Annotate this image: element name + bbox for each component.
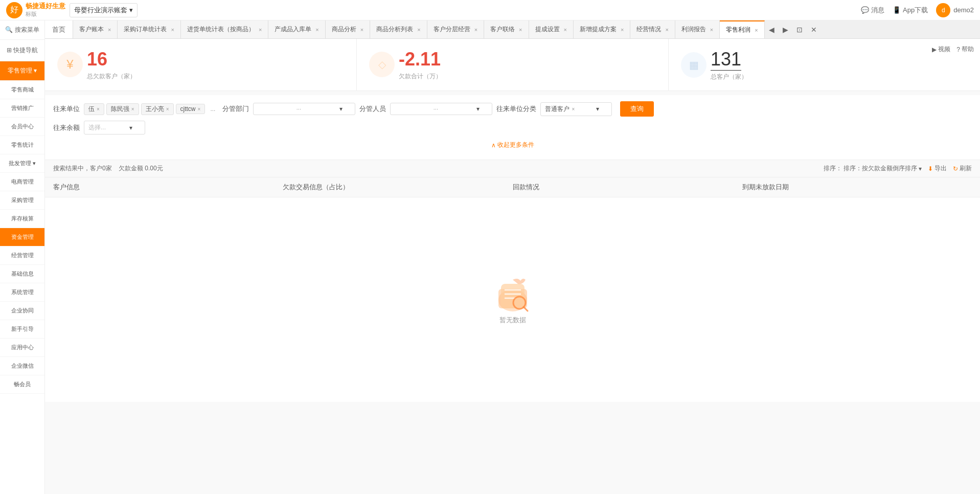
- tab-home[interactable]: 首页: [45, 20, 73, 38]
- dept-select[interactable]: ··· ▾: [253, 103, 355, 115]
- sort-control[interactable]: 排序： 排序：按欠款金额倒序排序 ▾: [824, 164, 922, 173]
- sidebar-item-basic[interactable]: 基础信息: [0, 265, 44, 283]
- filter-tag-cj[interactable]: cjttcw ×: [176, 104, 206, 114]
- stat-value-total: 131: [711, 48, 741, 71]
- sidebar-item-retail-stats[interactable]: 零售统计: [0, 136, 44, 154]
- sidebar-item-wechat[interactable]: 企业微信: [0, 357, 44, 375]
- tab-prev-btn[interactable]: ◀: [765, 20, 779, 38]
- person-select[interactable]: ··· ▾: [390, 103, 492, 115]
- tab-goods-analysis-list[interactable]: 商品分析列表 ×: [370, 20, 427, 38]
- sidebar-item-purchase[interactable]: 采购管理: [0, 191, 44, 210]
- sidebar-item-search[interactable]: 🔍 搜索菜单: [0, 20, 44, 40]
- tab-close-8[interactable]: ×: [564, 27, 567, 33]
- balance-select[interactable]: 选择... ▾: [84, 121, 145, 134]
- tab-home-label: 首页: [52, 25, 65, 34]
- tab-close-11[interactable]: ×: [710, 27, 713, 33]
- collab-label: 企业协同: [11, 307, 34, 313]
- refresh-btn[interactable]: ↻ 刷新: [953, 164, 972, 173]
- tab-goods-analysis[interactable]: 商品分析 ×: [326, 20, 370, 38]
- tab-close-5[interactable]: ×: [417, 27, 420, 33]
- tab-close-2[interactable]: ×: [259, 27, 262, 33]
- tab-bar: 首页 客户账本 × 采购订单统计表 × 进货单统计表（按商品） × 产成品入库单…: [45, 20, 980, 39]
- filter-area: 往来单位 伍 × 陈民强 × 王小亮 ×: [45, 95, 980, 160]
- tab-label-12: 零售利润: [726, 26, 750, 34]
- tag-chen-close[interactable]: ×: [131, 106, 134, 112]
- tab-close-all-btn[interactable]: ✕: [807, 20, 821, 38]
- inventory-label: 库存核算: [11, 215, 34, 221]
- tab-close-4[interactable]: ×: [360, 27, 363, 33]
- filter-tag-wang[interactable]: 王小亮 ×: [141, 103, 174, 115]
- tab-label-2: 进货单统计表（按商品）: [187, 25, 255, 34]
- unit-class-select[interactable]: 普通客户 × ▾: [540, 102, 612, 116]
- tab-retail-profit[interactable]: 零售利润 ×: [720, 20, 764, 38]
- tab-business[interactable]: 经营情况 ×: [630, 20, 675, 38]
- tab-commission[interactable]: 提成设置 ×: [529, 20, 574, 38]
- wechat-label: 企业微信: [11, 363, 34, 369]
- tab-close-1[interactable]: ×: [171, 27, 174, 33]
- filter-tag-wu[interactable]: 伍 ×: [84, 103, 104, 115]
- app-download-btn[interactable]: 📱 App下载: [893, 6, 928, 15]
- stat-icon-1: ¥: [57, 52, 83, 77]
- tab-customer-account[interactable]: 客户账本 ×: [73, 20, 118, 38]
- tab-close-12[interactable]: ×: [755, 27, 758, 33]
- tab-profit-report[interactable]: 利润报告 ×: [675, 20, 720, 38]
- logo-area: 好 畅捷通好生意 标版: [6, 2, 65, 18]
- filter-more-tags[interactable]: ...: [207, 104, 218, 114]
- tab-close-9[interactable]: ×: [621, 27, 624, 33]
- unit-tags: 伍 × 陈民强 × 王小亮 × cjttcw ×: [84, 103, 218, 115]
- filter-tag-chen[interactable]: 陈民强 ×: [106, 103, 139, 115]
- unit-class-close[interactable]: ×: [572, 106, 575, 112]
- tab-customer-contact[interactable]: 客户联络 ×: [484, 20, 529, 38]
- tag-wang-close[interactable]: ×: [166, 106, 169, 112]
- sidebar-item-retail[interactable]: 零售管理 ▾: [0, 61, 44, 81]
- table-empty-state: 暂无数据: [45, 197, 980, 402]
- tab-customer-tier[interactable]: 客户分层经营 ×: [427, 20, 484, 38]
- help-btn[interactable]: ? 帮助: [956, 45, 974, 54]
- user-area[interactable]: d demo2: [936, 3, 974, 17]
- sidebar-item-inventory[interactable]: 库存核算: [0, 210, 44, 228]
- tab-next-btn[interactable]: ▶: [779, 20, 792, 38]
- sidebar-item-wholesale[interactable]: 批发管理 ▾: [0, 154, 44, 173]
- logo-text: 畅捷通好生意: [26, 2, 65, 10]
- sidebar-item-finance[interactable]: 资金管理: [0, 228, 44, 246]
- sidebar-item-operation[interactable]: 经营管理: [0, 246, 44, 265]
- stat-label-amount: 欠款合计（万）: [399, 72, 442, 81]
- collapse-button[interactable]: ∧ 收起更多条件: [482, 139, 543, 151]
- sidebar-item-guide[interactable]: 新手引导: [0, 320, 44, 339]
- sidebar-item-retail-mall[interactable]: 零售商城: [0, 81, 44, 99]
- tag-cj-close[interactable]: ×: [198, 106, 201, 112]
- video-btn[interactable]: ▶ 视频: [932, 45, 950, 54]
- sidebar-item-member[interactable]: 会员中心: [0, 118, 44, 136]
- search-menu-label: 🔍 搜索菜单: [5, 26, 39, 33]
- tab-close-0[interactable]: ×: [108, 27, 111, 33]
- sidebar-item-marketing[interactable]: 营销推广: [0, 99, 44, 118]
- sidebar-item-quicknav[interactable]: ⊞ 快捷导航: [0, 40, 44, 61]
- sidebar-item-ecommerce[interactable]: 电商管理: [0, 173, 44, 191]
- export-icon: ⬇: [928, 165, 933, 172]
- top-bar-left: 好 畅捷通好生意 标版 母婴行业演示账套 ▾: [6, 2, 138, 18]
- tab-new-commission[interactable]: 新增提成方案 ×: [574, 20, 630, 38]
- result-bar: 搜索结果中，客户0家 欠款金额 0.00元 排序： 排序：按欠款金额倒序排序 ▾…: [45, 160, 980, 177]
- tab-product-in[interactable]: 产成品入库单 ×: [268, 20, 325, 38]
- message-btn[interactable]: 💬 消息: [861, 6, 884, 15]
- tag-wu-close[interactable]: ×: [97, 106, 100, 112]
- avatar: d: [936, 3, 950, 17]
- sidebar-item-appstore[interactable]: 应用中心: [0, 339, 44, 357]
- tab-close-6[interactable]: ×: [474, 27, 477, 33]
- sidebar-item-system[interactable]: 系统管理: [0, 283, 44, 302]
- tab-goods-stats[interactable]: 进货单统计表（按商品） ×: [181, 20, 268, 38]
- sidebar-item-collab[interactable]: 企业协同: [0, 302, 44, 320]
- export-btn[interactable]: ⬇ 导出: [928, 164, 947, 173]
- tab-close-10[interactable]: ×: [665, 27, 668, 33]
- sidebar-item-vip[interactable]: 畅会员: [0, 375, 44, 394]
- logo-sub: 标版: [26, 10, 65, 18]
- marketing-label: 营销推广: [11, 105, 34, 111]
- person-more: ···: [434, 106, 438, 112]
- tab-purchase-order[interactable]: 采购订单统计表 ×: [118, 20, 180, 38]
- tab-expand-btn[interactable]: ⊡: [792, 20, 807, 38]
- workspace-selector[interactable]: 母婴行业演示账套 ▾: [70, 3, 138, 17]
- query-button[interactable]: 查询: [620, 101, 654, 117]
- tab-close-7[interactable]: ×: [519, 27, 522, 33]
- tab-close-3[interactable]: ×: [315, 27, 318, 33]
- unit-class-tag[interactable]: 普通客户 ×: [545, 105, 575, 114]
